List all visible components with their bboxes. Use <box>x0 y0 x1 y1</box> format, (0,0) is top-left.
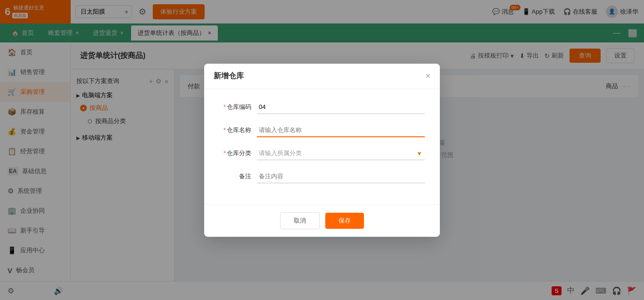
dialog-body: 仓库编码 仓库名称 仓库分类 请输入所属分类 备注 <box>204 89 440 204</box>
dialog-close-button[interactable]: × <box>425 71 430 81</box>
warehouse-code-input[interactable] <box>257 100 425 114</box>
code-label: 仓库编码 <box>219 103 257 111</box>
category-label: 仓库分类 <box>219 149 257 158</box>
dialog-footer: 取消 保存 <box>204 204 440 237</box>
warehouse-note-row: 备注 <box>219 170 425 183</box>
warehouse-category-select[interactable]: 请输入所属分类 <box>257 147 425 160</box>
warehouse-category-row: 仓库分类 请输入所属分类 <box>219 147 425 160</box>
warehouse-note-input[interactable] <box>257 170 425 183</box>
dialog-header: 新增仓库 × <box>204 64 440 89</box>
category-select-wrap: 请输入所属分类 <box>257 147 425 160</box>
add-warehouse-dialog: 新增仓库 × 仓库编码 仓库名称 仓库分类 请输入所属分类 <box>204 64 440 237</box>
name-label: 仓库名称 <box>219 126 257 134</box>
warehouse-name-input[interactable] <box>257 124 425 137</box>
cancel-button[interactable]: 取消 <box>280 212 320 229</box>
warehouse-code-row: 仓库编码 <box>219 100 425 114</box>
modal-overlay[interactable]: 新增仓库 × 仓库编码 仓库名称 仓库分类 请输入所属分类 <box>0 0 644 300</box>
note-label: 备注 <box>219 172 257 181</box>
warehouse-name-row: 仓库名称 <box>219 124 425 137</box>
save-button[interactable]: 保存 <box>325 213 364 229</box>
dialog-title: 新增仓库 <box>214 71 244 81</box>
